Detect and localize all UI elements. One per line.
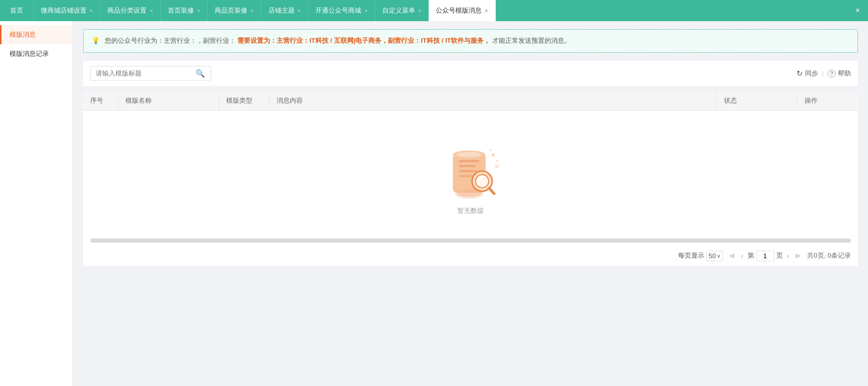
help-icon: ?	[828, 69, 836, 78]
empty-text: 暂无数据	[457, 206, 484, 215]
topbar: 首页 微商城店铺设置 × 商品分类设置 × 首页装修 × 商品页装修 × 店铺主…	[0, 0, 868, 21]
close-all-button[interactable]: ×	[847, 6, 868, 15]
svg-point-14	[490, 149, 492, 151]
svg-point-8	[457, 152, 481, 157]
tab-custom-menu[interactable]: 自定义菜单 ×	[375, 0, 429, 21]
th-name: 模版名称	[118, 91, 219, 110]
search-bar: 🔍 ↻ 同步 | ? 帮助	[83, 61, 858, 86]
toolbar-right: ↻ 同步 | ? 帮助	[796, 69, 851, 78]
tab-custom-menu-label: 自定义菜单	[382, 6, 415, 15]
svg-rect-6	[459, 175, 473, 177]
tab-category-settings[interactable]: 商品分类设置 ×	[100, 0, 160, 21]
sync-label: 同步	[805, 69, 818, 78]
main-layout: 模版消息 模版消息记录 💡 您的公众号行业为：主营行业：，副营行业： 需要设置为…	[0, 21, 868, 386]
notice-highlight: 需要设置为：主营行业：IT科技 / 互联网|电子商务，副营行业：IT科技 / I…	[237, 37, 490, 44]
tab-open-wechat-mall-label: 开通公众号商城	[315, 6, 361, 15]
first-page-button[interactable]: ⊲	[727, 251, 737, 261]
th-serial: 序号	[83, 91, 118, 110]
svg-rect-5	[459, 170, 477, 172]
svg-line-11	[489, 188, 494, 194]
data-table: 序号 模版名称 模版类型 消息内容 状态 操作	[83, 91, 858, 266]
sidebar: 模版消息 模版消息记录	[0, 21, 73, 386]
page-size-dropdown[interactable]: 50 ∨	[706, 251, 723, 261]
page-navigation: ⊲ ‹ 第 页 › ⊳	[727, 251, 803, 261]
tab-product-decor[interactable]: 商品页装修 ×	[208, 0, 261, 21]
svg-point-13	[496, 160, 498, 162]
tab-home-decor[interactable]: 首页装修 ×	[161, 0, 208, 21]
tab-open-wechat-mall[interactable]: 开通公众号商城 ×	[308, 0, 375, 21]
svg-rect-4	[459, 165, 475, 167]
page-total-text: 共0页, 0条记录	[807, 251, 851, 260]
close-icon[interactable]: ×	[197, 8, 200, 14]
empty-state: 暂无数据	[83, 111, 858, 236]
close-icon[interactable]: ×	[150, 8, 153, 14]
tab-store-theme[interactable]: 店铺主题 ×	[261, 0, 308, 21]
notice-suffix: 才能正常发送预置的消息。	[492, 37, 571, 44]
th-action: 操作	[797, 91, 858, 110]
svg-rect-3	[459, 160, 479, 162]
scrollbar-track[interactable]	[90, 239, 851, 243]
tab-home[interactable]: 首页	[0, 0, 34, 21]
tab-template-message[interactable]: 公众号模版消息 ×	[429, 0, 495, 21]
tab-home-decor-label: 首页装修	[168, 6, 194, 15]
tab-store-settings-label: 微商城店铺设置	[41, 6, 87, 15]
svg-point-10	[476, 175, 489, 188]
page-label-post: 页	[776, 251, 783, 260]
dropdown-chevron-icon: ∨	[717, 253, 720, 259]
content-area: 💡 您的公众号行业为：主营行业：，副营行业： 需要设置为：主营行业：IT科技 /…	[73, 21, 868, 386]
close-icon[interactable]: ×	[418, 8, 421, 14]
pagination: 每页显示 50 ∨ ⊲ ‹ 第 页 › ⊳ 共0页, 0条记录	[83, 246, 858, 266]
table-header: 序号 模版名称 模版类型 消息内容 状态 操作	[83, 91, 858, 111]
sync-icon: ↻	[796, 69, 803, 78]
close-icon[interactable]: ×	[90, 8, 93, 14]
th-content: 消息内容	[270, 91, 717, 110]
close-all-icon: ×	[855, 6, 860, 15]
search-button[interactable]: 🔍	[191, 66, 209, 81]
tab-store-theme-label: 店铺主题	[269, 6, 295, 15]
sync-button[interactable]: ↻ 同步	[796, 69, 818, 78]
search-input-wrap: 🔍	[90, 66, 211, 81]
horizontal-scrollbar[interactable]	[83, 236, 858, 246]
page-size-value: 50	[709, 252, 716, 260]
page-size-select: 每页显示 50 ∨	[678, 251, 723, 261]
search-icon: 🔍	[195, 69, 205, 78]
tab-product-decor-label: 商品页装修	[215, 6, 247, 15]
help-label: 帮助	[838, 69, 851, 78]
notice-box: 💡 您的公众号行业为：主营行业：，副营行业： 需要设置为：主营行业：IT科技 /…	[83, 29, 858, 53]
th-status: 状态	[717, 91, 797, 110]
help-button[interactable]: ? 帮助	[828, 69, 851, 78]
sidebar-item-template-message-label: 模版消息	[10, 31, 36, 38]
notice-icon: 💡	[92, 37, 100, 44]
empty-illustration	[438, 141, 503, 206]
last-page-button[interactable]: ⊳	[793, 251, 803, 261]
toolbar-divider: |	[822, 69, 824, 77]
sidebar-item-template-message[interactable]: 模版消息	[0, 25, 73, 44]
notice-prefix: 您的公众号行业为：主营行业：，副营行业：	[105, 37, 236, 44]
th-type: 模版类型	[219, 91, 270, 110]
tab-category-label: 商品分类设置	[107, 6, 147, 15]
tab-store-settings[interactable]: 微商城店铺设置 ×	[34, 0, 100, 21]
close-icon[interactable]: ×	[485, 8, 488, 14]
prev-page-button[interactable]: ‹	[739, 251, 746, 261]
sidebar-item-template-record[interactable]: 模版消息记录	[0, 44, 73, 63]
tab-home-label: 首页	[10, 6, 23, 15]
next-page-button[interactable]: ›	[785, 251, 791, 261]
close-icon[interactable]: ×	[250, 8, 253, 14]
close-icon[interactable]: ×	[364, 8, 367, 14]
svg-point-12	[492, 153, 495, 157]
page-number-input[interactable]	[756, 251, 774, 261]
search-input[interactable]	[91, 67, 191, 80]
page-label-pre: 第	[748, 251, 754, 260]
page-size-label: 每页显示	[678, 251, 704, 260]
close-icon[interactable]: ×	[298, 8, 301, 14]
sidebar-item-template-record-label: 模版消息记录	[10, 50, 49, 57]
tab-template-message-label: 公众号模版消息	[436, 6, 482, 15]
